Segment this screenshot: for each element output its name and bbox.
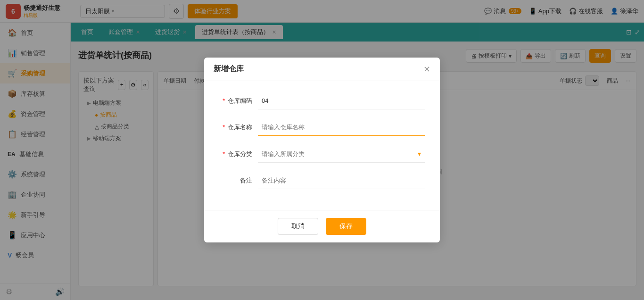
cancel-button[interactable]: 取消 — [278, 218, 318, 235]
category-input[interactable] — [258, 145, 418, 162]
category-required-mark: * — [223, 150, 225, 158]
code-label: * 仓库编码 — [219, 97, 252, 105]
code-input[interactable] — [258, 92, 425, 109]
save-button[interactable]: 保存 — [326, 218, 366, 235]
name-required-mark: * — [223, 124, 225, 131]
name-label: * 仓库名称 — [219, 123, 252, 132]
category-label: * 仓库分类 — [219, 150, 252, 158]
dialog-footer: 取消 保存 — [204, 210, 440, 242]
form-row-category: * 仓库分类 ▾ — [219, 145, 425, 163]
name-input[interactable] — [258, 119, 425, 136]
dialog-overlay: 新增仓库 ✕ * 仓库编码 * 仓库名称 — [0, 0, 644, 300]
dialog-body: * 仓库编码 * 仓库名称 * 仓库分类 — [204, 81, 440, 210]
form-row-code: * 仓库编码 — [219, 92, 425, 109]
category-select-wrapper: ▾ — [258, 145, 425, 163]
dialog-close-button[interactable]: ✕ — [423, 65, 430, 74]
new-warehouse-dialog: 新增仓库 ✕ * 仓库编码 * 仓库名称 — [204, 58, 440, 242]
code-required-mark: * — [223, 97, 225, 104]
dialog-header: 新增仓库 ✕ — [204, 58, 440, 81]
form-row-remark: 备注 — [219, 172, 425, 189]
remark-input[interactable] — [258, 172, 425, 189]
form-row-name: * 仓库名称 — [219, 119, 425, 136]
category-dropdown-arrow[interactable]: ▾ — [418, 150, 421, 158]
dialog-title: 新增仓库 — [214, 64, 244, 74]
remark-label: 备注 — [219, 176, 252, 185]
